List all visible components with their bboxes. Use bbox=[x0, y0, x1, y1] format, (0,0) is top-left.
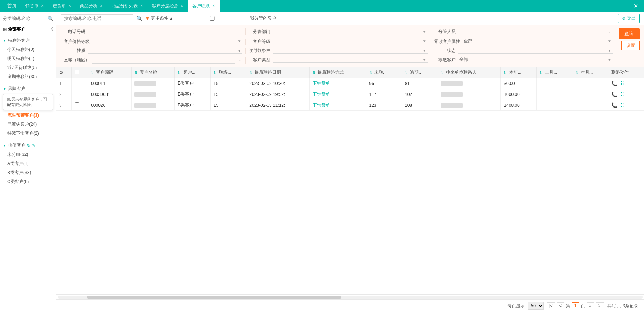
filter-scatter-select[interactable]: 全部 ▼ bbox=[458, 56, 613, 64]
search-input[interactable] bbox=[61, 14, 133, 23]
dept-chevron-icon: ▼ bbox=[423, 30, 426, 34]
th-unlisted[interactable]: ⇅ 未联... bbox=[366, 67, 402, 78]
filter-customer-type-select[interactable]: ▼ bbox=[273, 57, 427, 63]
sidebar-search-input[interactable] bbox=[3, 16, 46, 21]
last-page-button[interactable]: >| bbox=[596, 302, 604, 309]
th-last-month[interactable]: ⇅ 上月... bbox=[536, 67, 572, 78]
row1-more-icon[interactable]: ⠿ bbox=[620, 81, 624, 86]
th-customer-name[interactable]: ⇅ 客户名称 bbox=[131, 67, 175, 78]
close-customer-contact-icon[interactable]: ✕ bbox=[212, 4, 215, 8]
window-close-button[interactable]: ✕ bbox=[631, 3, 641, 9]
row2-more-icon[interactable]: ⠿ bbox=[620, 92, 624, 97]
filter-customer-grade-select[interactable]: ▼ bbox=[273, 39, 427, 44]
filter-person-input[interactable] bbox=[458, 28, 605, 35]
sidebar-item-churn-warning[interactable]: 流失预警客户(3) bbox=[0, 111, 56, 120]
th-customer-type[interactable]: ⇅ 客户... bbox=[175, 67, 211, 78]
row2-contact-icon[interactable]: 📞 bbox=[611, 92, 617, 97]
tab-customer-layering[interactable]: 客户分层经营 ✕ bbox=[148, 0, 188, 12]
row1-checkbox[interactable] bbox=[71, 78, 88, 89]
row2-last-method[interactable]: 下销货单 bbox=[309, 89, 366, 100]
sidebar-item-7day-contact[interactable]: 近7天待联络(0) bbox=[0, 63, 56, 72]
export-button[interactable]: ↻ 导出 bbox=[618, 14, 640, 23]
next-page-button[interactable]: > bbox=[587, 302, 594, 309]
sort-lastmonth-icon: ⇅ bbox=[540, 70, 543, 74]
tab-sales-order[interactable]: 销货单 ✕ bbox=[21, 0, 48, 12]
sidebar-item-churned[interactable]: 已流失客户(24) bbox=[0, 120, 56, 129]
scrollbar-thumb[interactable] bbox=[87, 296, 341, 299]
pagination: |< < 第 1 页 > >| bbox=[547, 302, 604, 309]
filter-region-input[interactable] bbox=[92, 57, 235, 64]
person-dots-icon[interactable]: ··· bbox=[609, 29, 613, 35]
filter-phone-input[interactable] bbox=[88, 28, 242, 35]
th-settings[interactable]: ⚙ bbox=[56, 67, 71, 78]
select-all-checkbox[interactable] bbox=[75, 70, 79, 74]
horizontal-scrollbar[interactable] bbox=[56, 294, 644, 299]
row1-contact-icon[interactable]: 📞 bbox=[611, 81, 617, 86]
more-conditions-button[interactable]: ▼ 更多条件 ▲ bbox=[145, 15, 173, 21]
first-page-button[interactable]: |< bbox=[547, 302, 555, 309]
sort-code-icon: ⇅ bbox=[91, 70, 94, 74]
filter-payment-select[interactable]: ▼ bbox=[273, 48, 427, 54]
edit-value-icon[interactable]: ✎ bbox=[32, 143, 36, 148]
row3-more-icon[interactable]: ⠿ bbox=[620, 102, 624, 108]
row3-checkbox[interactable] bbox=[71, 100, 88, 111]
my-customers-checkbox[interactable]: 我分管的客户 bbox=[176, 15, 276, 21]
region-dots-icon[interactable]: ··· bbox=[239, 57, 242, 62]
row2-checkbox[interactable] bbox=[71, 89, 88, 100]
refresh-value-icon[interactable]: ↻ bbox=[27, 143, 31, 148]
sidebar-item-today-contact[interactable]: 今天待联络(0) bbox=[0, 45, 56, 54]
th-this-month[interactable]: ⇅ 本月... bbox=[572, 67, 608, 78]
my-customers-check[interactable] bbox=[176, 16, 249, 21]
settings-button[interactable]: 设置 bbox=[621, 41, 640, 50]
scrollbar-track[interactable] bbox=[58, 296, 643, 299]
sidebar-item-b-class[interactable]: B类客户(33) bbox=[0, 168, 56, 177]
home-tab[interactable]: 首页 bbox=[3, 0, 21, 12]
sidebar-item-declining[interactable]: 持续下滑客户(2) bbox=[0, 129, 56, 138]
sidebar-item-tomorrow-contact[interactable]: 明天待联络(1) bbox=[0, 54, 56, 63]
value-section-title[interactable]: ▼ 价值客户 ↻ ✎ bbox=[0, 141, 56, 150]
row2-select[interactable] bbox=[75, 92, 79, 96]
sidebar-search-icon[interactable]: 🔍 bbox=[48, 16, 53, 21]
tab-product-analysis[interactable]: 商品分析 ✕ bbox=[76, 0, 107, 12]
row3-last-method[interactable]: 下销货单 bbox=[309, 100, 366, 111]
tab-customer-contact[interactable]: 客户联系 ✕ bbox=[188, 0, 220, 12]
row1-select[interactable] bbox=[75, 81, 79, 85]
customer-type-chevron-icon: ▼ bbox=[423, 58, 426, 62]
th-last-contact-date[interactable]: ⇅ 最后联络日期 bbox=[246, 67, 309, 78]
th-this-year[interactable]: ⇅ 本年... bbox=[501, 67, 537, 78]
th-checkbox[interactable] bbox=[71, 67, 88, 78]
sidebar-all-customers[interactable]: ⊞ 全部客户 《 bbox=[0, 24, 56, 35]
th-contact[interactable]: ⇅ 联络... bbox=[210, 67, 246, 78]
sidebar-item-overdue-contact[interactable]: 逾期未联络(30) bbox=[0, 72, 56, 81]
row3-contact-icon[interactable]: 📞 bbox=[611, 102, 617, 108]
close-sales-order-icon[interactable]: ✕ bbox=[41, 4, 44, 8]
risk-section-title[interactable]: ▼ 风险客户 bbox=[0, 84, 56, 93]
close-product-analysis-icon[interactable]: ✕ bbox=[100, 4, 103, 8]
table-settings-icon[interactable]: ⚙ bbox=[59, 70, 63, 75]
close-product-list-icon[interactable]: ✕ bbox=[140, 4, 143, 8]
filter-dept-select[interactable]: ▼ bbox=[273, 29, 427, 35]
th-customer-code[interactable]: ⇅ 客户编码 bbox=[88, 67, 132, 78]
sidebar-item-a-class[interactable]: A类客户(1) bbox=[0, 159, 56, 168]
row1-last-method[interactable]: 下销货单 bbox=[309, 78, 366, 89]
sidebar-item-c-class[interactable]: C类客户(6) bbox=[0, 177, 56, 186]
filter-scatter-attr-select[interactable]: 全部 ▼ bbox=[462, 37, 613, 45]
th-unit-contact[interactable]: ⇅ 往来单位联系人 bbox=[438, 67, 501, 78]
tab-purchase-order[interactable]: 进货单 ✕ bbox=[48, 0, 76, 12]
risk-section: ▼ 风险客户 90天未交易的客户，可能有流失风险。 流失预警客户(3) 已流失客… bbox=[0, 83, 56, 139]
filter-price-grade-select[interactable]: ▼ bbox=[92, 39, 242, 44]
tab-product-list[interactable]: 商品分析列表 ✕ bbox=[107, 0, 148, 12]
pending-section-title[interactable]: ▼ 待联络客户 bbox=[0, 36, 56, 45]
prev-page-button[interactable]: < bbox=[557, 302, 564, 309]
filter-status-select[interactable]: ▼ bbox=[458, 48, 613, 54]
close-customer-layering-icon[interactable]: ✕ bbox=[180, 4, 184, 8]
th-overdue[interactable]: ⇅ 逾期... bbox=[402, 67, 438, 78]
row3-select[interactable] bbox=[75, 102, 79, 107]
query-button[interactable]: 查询 bbox=[619, 28, 640, 39]
close-purchase-order-icon[interactable]: ✕ bbox=[68, 4, 71, 8]
th-last-contact-method[interactable]: ⇅ 最后联络方式 bbox=[309, 67, 366, 78]
toolbar-search-icon[interactable]: 🔍 bbox=[136, 16, 142, 21]
sidebar-item-ungroup[interactable]: 未分组(32) bbox=[0, 150, 56, 159]
filter-nature-select[interactable]: ▼ bbox=[88, 48, 242, 54]
per-page-select[interactable]: 50 bbox=[528, 302, 544, 310]
